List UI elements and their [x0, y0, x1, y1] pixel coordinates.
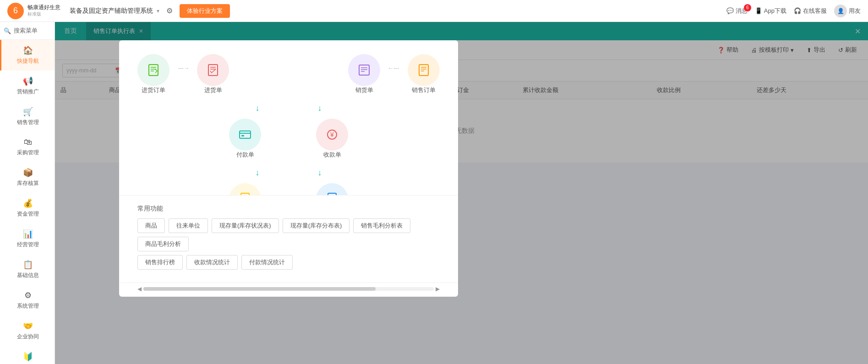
sales-receipt-circle[interactable]	[348, 54, 380, 86]
sidebar-item-label: 快捷导航	[17, 57, 39, 65]
svg-rect-17	[241, 135, 244, 136]
supplier-ledger-circle[interactable]	[229, 183, 261, 195]
sales-icon: 🛒	[23, 107, 33, 117]
system-title: 装备及固定资产辅助管理系统	[70, 7, 153, 15]
payment-label: 付款单	[236, 151, 254, 159]
common-btn-stock-status[interactable]: 现存量(库存状况表)	[212, 218, 279, 233]
trial-button[interactable]: 体验行业方案	[180, 4, 230, 18]
content-area: 首页 销售订单执行表 ✕ ✕ ❓ 帮助 🖨 按模板打印 ▾	[55, 22, 868, 364]
common-btn-payment-stat[interactable]: 付款情况统计	[241, 255, 293, 270]
sidebar-item-operations[interactable]: 📊 经营管理	[0, 223, 55, 254]
purchase-receipt-circle[interactable]	[197, 54, 229, 86]
sidebar-search[interactable]: 🔍 搜索菜单	[0, 22, 55, 40]
scroll-thumb	[143, 287, 376, 291]
sidebar-item-label: 基础信息	[17, 272, 39, 279]
sidebar-item-label: 企业协同	[17, 333, 39, 341]
payment-circle[interactable]	[229, 119, 261, 151]
modal-box: 进货订单 - - - → 进货单	[119, 40, 458, 297]
common-btn-collection-stat[interactable]: 收款情况统计	[186, 255, 238, 270]
settings-button[interactable]: ⚙	[163, 5, 176, 17]
sidebar-item-label: 营销推广	[17, 88, 39, 96]
scroll-right-icon[interactable]: ▶	[436, 286, 440, 292]
flow-diagram: 进货订单 - - - → 进货单	[137, 54, 440, 195]
flow-col-sales-order: 销售订单	[408, 54, 440, 94]
purchase-icon: 🛍	[24, 137, 32, 147]
flow-row-2: 付款单 ¥ 收款单	[137, 119, 440, 159]
message-button[interactable]: 💬 消息 6	[726, 7, 748, 15]
flow-row-3: 供应商账本 客户账本	[137, 183, 440, 195]
flow-col-purchase-receipt: 进货单	[197, 54, 229, 94]
purchase-order-label: 进货订单	[142, 86, 165, 94]
down-arrows-row: ↓ ↓	[137, 103, 440, 115]
svg-rect-15	[240, 131, 251, 138]
logo-area: 6 畅康通好生意 标准版	[7, 3, 62, 19]
main-layout: 🔍 搜索菜单 🏠 快捷导航 📢 营销推广 🛒 销售管理 🛍 采购管理 📦 库存核…	[0, 22, 868, 364]
system-icon: ⚙	[24, 290, 32, 300]
sidebar-item-inventory[interactable]: 📦 库存核算	[0, 162, 55, 193]
modal-content: 进货订单 - - - → 进货单	[119, 40, 458, 195]
sidebar-item-label: 经营管理	[17, 241, 39, 249]
message-badge: 6	[744, 4, 751, 11]
customer-ledger-circle[interactable]	[316, 183, 348, 195]
phone-icon: 📱	[755, 7, 762, 14]
guide-icon: 🔰	[23, 352, 33, 362]
purchase-order-circle[interactable]	[137, 54, 169, 86]
common-btn-goods-gross[interactable]: 商品毛利分析	[137, 237, 189, 251]
sales-order-label: 销售订单	[412, 86, 436, 94]
sidebar-item-basic[interactable]: 📋 基础信息	[0, 254, 55, 285]
marketing-icon: 📢	[23, 76, 33, 86]
inventory-icon: 📦	[23, 168, 33, 178]
top-bar: 6 畅康通好生意 标准版 装备及固定资产辅助管理系统 ▾ ⚙ 体验行业方案 💬 …	[0, 0, 868, 22]
sales-receipt-label: 销货单	[355, 86, 373, 94]
flow-col-customer-ledger: 客户账本	[316, 183, 348, 195]
flow-col-payment: 付款单	[229, 119, 261, 159]
user-menu-button[interactable]: 👤 用友	[834, 5, 861, 17]
svg-rect-7	[359, 65, 369, 75]
common-section: 常用功能 商品 往来单位 现存量(库存状况表) 现存量(库存分布表) 销售毛利分…	[119, 195, 458, 283]
sales-order-circle[interactable]	[408, 54, 440, 86]
home-icon: 🏠	[23, 45, 33, 55]
common-btn-sales-gross[interactable]: 销售毛利分析表	[353, 218, 410, 233]
sidebar: 🔍 搜索菜单 🏠 快捷导航 📢 营销推广 🛒 销售管理 🛍 采购管理 📦 库存核…	[0, 22, 55, 364]
purchase-receipt-label: 进货单	[204, 86, 222, 94]
collection-label: 收款单	[323, 151, 341, 159]
search-icon: 🔍	[4, 27, 11, 34]
sidebar-item-marketing[interactable]: 📢 营销推广	[0, 71, 55, 101]
sidebar-item-purchase[interactable]: 🛍 采购管理	[0, 132, 55, 162]
flow-col-collection: ¥ 收款单	[316, 119, 348, 159]
common-btn-counterpart[interactable]: 往来单位	[169, 218, 208, 233]
system-title-area: 装备及固定资产辅助管理系统 ▾ ⚙ 体验行业方案	[62, 4, 726, 18]
dropdown-arrow-icon[interactable]: ▾	[157, 8, 159, 14]
svg-rect-11	[419, 65, 428, 76]
message-icon: 💬	[726, 7, 734, 14]
common-btn-stock-dist[interactable]: 现存量(库存分布表)	[283, 218, 350, 233]
online-service-button[interactable]: 🎧 在线客服	[794, 7, 827, 15]
logo-icon: 6	[7, 3, 24, 19]
app-download-button[interactable]: 📱 App下载	[755, 7, 786, 15]
scroll-left-icon[interactable]: ◀	[137, 286, 142, 292]
sidebar-item-guide[interactable]: 🔰 新手引导	[0, 346, 55, 364]
sidebar-item-finance[interactable]: 💰 资金管理	[0, 193, 55, 223]
modal-overlay[interactable]: 进货订单 - - - → 进货单	[55, 22, 868, 364]
collection-circle[interactable]: ¥	[316, 119, 348, 151]
scroll-track[interactable]	[143, 287, 434, 291]
flow-col-sales-receipt: 销货单	[348, 54, 380, 94]
sidebar-item-label: 系统管理	[17, 302, 39, 310]
flow-row-1: 进货订单 - - - → 进货单	[137, 54, 440, 94]
sidebar-item-enterprise[interactable]: 🤝 企业协同	[0, 315, 55, 346]
modal-scroll: ◀ ▶	[119, 283, 458, 297]
sidebar-item-label: 库存核算	[17, 179, 39, 187]
common-btn-goods[interactable]: 商品	[137, 218, 165, 233]
common-btn-sales-rank[interactable]: 销售排行榜	[137, 255, 183, 270]
common-buttons-row2: 销售排行榜 收款情况统计 付款情况统计	[137, 255, 440, 270]
flow-col-supplier-ledger: 供应商账本	[229, 183, 261, 195]
common-buttons-row1: 商品 往来单位 现存量(库存状况表) 现存量(库存分布表) 销售毛利分析表 商品…	[137, 218, 440, 251]
common-title: 常用功能	[137, 205, 440, 213]
sidebar-item-quick-nav[interactable]: 🏠 快捷导航	[0, 40, 55, 71]
sidebar-item-system[interactable]: ⚙ 系统管理	[0, 285, 55, 315]
logo-sub: 标准版	[27, 11, 60, 17]
arrow-so-to-sr: - - - →	[380, 65, 408, 71]
sidebar-item-sales[interactable]: 🛒 销售管理	[0, 101, 55, 132]
top-right-area: 💬 消息 6 📱 App下载 🎧 在线客服 👤 用友	[726, 5, 861, 17]
finance-icon: 💰	[23, 198, 33, 208]
